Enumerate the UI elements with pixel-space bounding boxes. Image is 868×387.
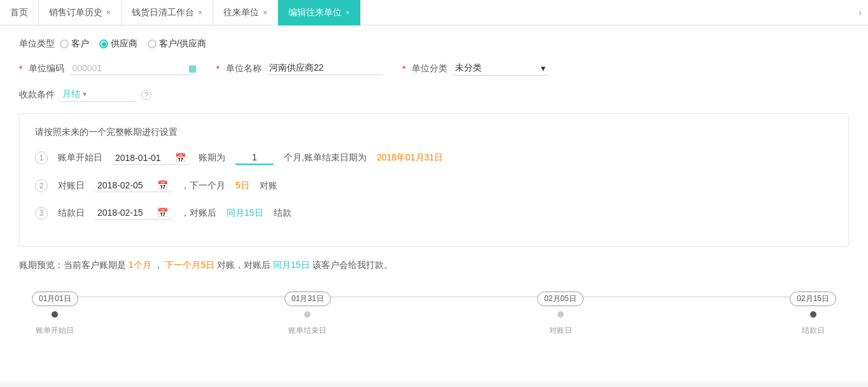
node-dot-3 (810, 311, 816, 318)
row-2-label: 对账日 (58, 180, 85, 192)
row-3-label: 结款日 (58, 208, 85, 219)
preview-middle2: 对账，对账后 (217, 260, 270, 270)
tab-home[interactable]: 首页 (0, 0, 39, 25)
tab-sales-history[interactable]: 销售订单历史 × (39, 0, 122, 25)
row-2-number: 2 (35, 179, 48, 192)
payment-terms-label: 收款条件 (19, 89, 55, 101)
radio-customer[interactable]: 客户 (60, 38, 89, 50)
row-start-date: 1 账单开始日 📅 账期为 个月,账单结束日期为 2018年01月31日 (35, 151, 833, 165)
row-payment-date: 3 结款日 📅 ，对账后 同月15日 结款 (35, 206, 833, 220)
unit-code-label: 单位编码 (29, 63, 64, 74)
unit-name-item: * 单位名称 (216, 62, 382, 75)
timeline-nodes: 01月01日 账单开始日 01月31日 账单结束日 02月05日 对账日 02月… (32, 306, 836, 336)
tab-unit-close[interactable]: × (263, 8, 267, 17)
timeline-node-0: 01月01日 账单开始日 (32, 306, 78, 336)
section-title: 请按照未来的一个完整帐期进行设置 (35, 127, 833, 138)
tab-cash-work-close[interactable]: × (198, 8, 202, 17)
node-label-1: 账单结束日 (288, 325, 326, 336)
preview-middle1: ， (154, 260, 163, 270)
reconcile-suffix2: 对账 (260, 180, 277, 192)
unit-category-arrow: ▾ (541, 63, 545, 73)
start-date-input: 📅 (113, 151, 188, 165)
radio-supplier-label: 供应商 (111, 38, 137, 50)
preview-part3: 同月15日 (273, 260, 310, 270)
tab-cash-work-label: 钱货日清工作台 (132, 7, 194, 18)
tab-unit[interactable]: 往来单位 × (213, 0, 278, 25)
unit-code-star: * (19, 64, 22, 74)
preview-part1: 1个月 (129, 260, 151, 270)
tab-edit-unit-label: 编辑往来单位 (288, 7, 342, 18)
tab-sales-history-label: 销售订单历史 (49, 7, 102, 18)
preview-part2: 下一个月5日 (165, 260, 214, 270)
node-dot-1 (304, 311, 311, 318)
timeline-node-3: 02月15日 结款日 (790, 306, 836, 336)
tab-edit-unit-close[interactable]: × (346, 8, 350, 17)
unit-name-star: * (216, 64, 219, 74)
unit-code-field: ▦ (69, 62, 197, 75)
unit-category-item: * 单位分类 未分类 ▾ (402, 61, 548, 76)
period-label: 账期为 (199, 152, 225, 164)
reconcile-date-input: 📅 (95, 179, 171, 192)
payment-terms-value: 月结 (62, 88, 80, 100)
unit-type-row: 单位类型 客户 供应商 客户/供应商 (19, 38, 849, 50)
tab-cash-work[interactable]: 钱货日清工作台 × (122, 0, 213, 25)
reconcile-date-calendar[interactable]: 📅 (157, 180, 168, 190)
preview-text: 账期预览：当前客户账期是 1个月 ， 下一个月5日 对账，对账后 同月15日 该… (19, 260, 849, 271)
radio-both[interactable]: 客户/供应商 (148, 38, 206, 50)
unit-category-value: 未分类 (455, 62, 482, 74)
payment-15: 同月15日 (227, 208, 263, 219)
page-content: 单位类型 客户 供应商 客户/供应商 * 单位编码 (0, 25, 868, 382)
unit-name-label: 单位名称 (226, 63, 262, 74)
payment-date-input: 📅 (95, 206, 171, 220)
section-box: 请按照未来的一个完整帐期进行设置 1 账单开始日 📅 账期为 个月,账单结束日期… (19, 113, 849, 247)
reconcile-date-field[interactable] (97, 180, 155, 190)
unit-code-input[interactable] (69, 62, 186, 74)
unit-type-label: 单位类型 (19, 38, 55, 50)
row-3-number: 3 (35, 207, 48, 220)
timeline: 01月01日 账单开始日 01月31日 账单结束日 02月05日 对账日 02月… (19, 286, 849, 342)
tab-unit-label: 往来单位 (223, 7, 259, 18)
unit-code-item: * 单位编码 ▦ (19, 62, 197, 75)
radio-supplier-circle (99, 39, 108, 48)
payment-terms-row: 收款条件 月结 ▾ ? (19, 87, 849, 102)
unit-name-input[interactable] (267, 62, 383, 75)
start-date-field[interactable] (115, 153, 172, 163)
payment-suffix3: 结款 (274, 208, 291, 219)
tabs-arrow[interactable]: › (852, 8, 868, 18)
radio-supplier[interactable]: 供应商 (99, 38, 137, 50)
unit-category-star: * (402, 64, 405, 74)
tab-home-label: 首页 (10, 7, 28, 18)
radio-both-circle (148, 39, 157, 48)
unit-fields-row: * 单位编码 ▦ * 单位名称 * 单位分类 未分类 ▾ (19, 61, 849, 76)
row-1-number: 1 (35, 151, 48, 164)
payment-terms-select[interactable]: 月结 ▾ (60, 87, 136, 102)
radio-group: 客户 供应商 客户/供应商 (60, 38, 206, 50)
timeline-node-1: 01月31日 账单结束日 (284, 306, 331, 336)
payment-terms-arrow: ▾ (83, 90, 87, 99)
radio-both-label: 客户/供应商 (159, 38, 206, 50)
help-icon[interactable]: ? (141, 90, 151, 100)
tab-edit-unit[interactable]: 编辑往来单位 × (278, 0, 361, 25)
payment-date-calendar[interactable]: 📅 (157, 208, 168, 218)
payment-terms-item: 收款条件 月结 ▾ ? (19, 87, 151, 102)
unit-code-icon[interactable]: ▦ (188, 63, 197, 73)
row-1-label: 账单开始日 (58, 152, 102, 164)
payment-date-field[interactable] (97, 208, 155, 218)
start-date-calendar[interactable]: 📅 (175, 153, 186, 163)
node-label-0: 账单开始日 (36, 325, 74, 336)
preview-suffix: 该客户会给我打款。 (312, 260, 393, 270)
node-badge-0: 01月01日 (32, 292, 78, 306)
radio-customer-label: 客户 (71, 38, 89, 50)
reconcile-5: 5日 (235, 180, 249, 192)
node-badge-1: 01月31日 (284, 292, 331, 306)
unit-category-select[interactable]: 未分类 ▾ (452, 61, 548, 76)
tab-sales-history-close[interactable]: × (106, 8, 111, 17)
payment-suffix1: ，对账后 (181, 208, 216, 219)
timeline-line (32, 297, 836, 297)
period-input[interactable] (235, 151, 274, 165)
node-dot-2 (557, 311, 564, 318)
preview-prefix: 账期预览：当前客户账期是 (19, 260, 126, 270)
period-end: 2018年01月31日 (377, 152, 443, 164)
period-unit: 个月,账单结束日期为 (284, 152, 367, 164)
unit-category-label: 单位分类 (412, 63, 447, 74)
